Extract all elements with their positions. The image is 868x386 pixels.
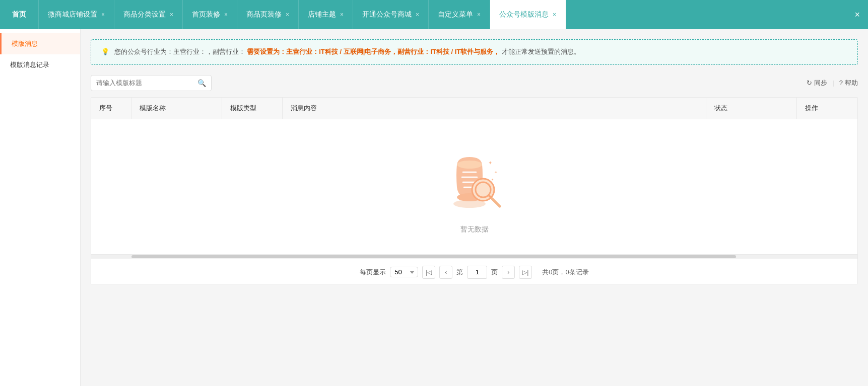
info-suffix: 才能正常发送预置的消息。 xyxy=(502,48,580,55)
per-page-label: 每页显示 xyxy=(360,268,386,277)
info-prefix: 您的公众号行业为：主营行业：，副营行业： xyxy=(114,48,245,55)
close-home-decoration-icon[interactable]: × xyxy=(224,11,228,18)
nav-tab-product-category-label: 商品分类设置 xyxy=(123,10,166,19)
nav-tab-wechat-shop[interactable]: 微商城店铺设置 × xyxy=(39,0,114,29)
svg-point-1 xyxy=(457,161,482,169)
nav-tab-home[interactable]: 首页 xyxy=(0,0,39,29)
close-custom-menu-icon[interactable]: × xyxy=(477,11,481,18)
page-number-input[interactable] xyxy=(467,266,487,279)
empty-state: ✦ ✦ ✦ 暂无数据 xyxy=(91,119,857,254)
help-button[interactable]: ? 帮助 xyxy=(839,79,858,88)
data-table: 序号 模版名称 模版类型 消息内容 状态 操作 xyxy=(91,97,858,284)
help-icon: ? xyxy=(839,79,843,87)
horizontal-scrollbar[interactable] xyxy=(91,254,857,258)
divider: | xyxy=(832,79,834,87)
per-page-select[interactable]: 50 10 20 100 xyxy=(390,267,418,277)
close-wechat-shop-icon[interactable]: × xyxy=(101,11,105,18)
nav-tab-custom-menu-label: 自定义菜单 xyxy=(438,10,473,19)
next-page-button[interactable]: › xyxy=(502,266,515,279)
main-layout: 模版消息 模版消息记录 💡 您的公众号行业为：主营行业：，副营行业： 需要设置为… xyxy=(0,29,868,386)
nav-tab-store-theme-label: 店铺主题 xyxy=(308,10,336,19)
nav-tab-product-decoration[interactable]: 商品页装修 × xyxy=(237,0,299,29)
sync-button[interactable]: ↻ 同步 xyxy=(807,79,827,88)
nav-tab-home-label: 首页 xyxy=(12,10,26,19)
next-page-icon: › xyxy=(507,269,509,276)
page-label: 第 xyxy=(456,268,463,277)
nav-tab-template-msg-label: 公众号模版消息 xyxy=(499,10,549,19)
close-product-category-icon[interactable]: × xyxy=(170,11,173,18)
search-input[interactable] xyxy=(96,79,197,87)
col-actions: 操作 xyxy=(797,98,857,119)
empty-text: 暂无数据 xyxy=(460,225,489,234)
sync-label: 同步 xyxy=(814,79,827,88)
col-name: 模版名称 xyxy=(131,98,222,119)
svg-text:✦: ✦ xyxy=(488,160,492,166)
last-page-button[interactable]: ▷| xyxy=(519,266,532,279)
nav-tab-home-decoration-label: 首页装修 xyxy=(192,10,220,19)
close-open-mall-icon[interactable]: × xyxy=(416,11,419,18)
first-page-icon: |◁ xyxy=(426,269,432,276)
close-product-decoration-icon[interactable]: × xyxy=(286,11,289,18)
close-store-theme-icon[interactable]: × xyxy=(340,11,344,18)
svg-text:✦: ✦ xyxy=(491,178,494,181)
svg-line-10 xyxy=(492,199,500,206)
nav-tab-product-decoration-label: 商品页装修 xyxy=(246,10,282,19)
nav-tab-wechat-shop-label: 微商城店铺设置 xyxy=(48,10,97,19)
page-unit: 页 xyxy=(491,268,498,277)
nav-tab-store-theme[interactable]: 店铺主题 × xyxy=(299,0,353,29)
search-bar: 🔍 ↻ 同步 | ? 帮助 xyxy=(91,75,858,91)
sync-icon: ↻ xyxy=(807,79,812,87)
svg-text:✦: ✦ xyxy=(494,170,498,175)
info-icon: 💡 xyxy=(101,48,109,55)
nav-tab-custom-menu[interactable]: 自定义菜单 × xyxy=(429,0,490,29)
empty-illustration: ✦ ✦ ✦ xyxy=(442,149,507,215)
sidebar: 模版消息 模版消息记录 xyxy=(0,29,81,386)
col-status: 状态 xyxy=(706,98,797,119)
col-type: 模版类型 xyxy=(222,98,283,119)
main-content: 💡 您的公众号行业为：主营行业：，副营行业： 需要设置为：主营行业：IT科技 /… xyxy=(81,29,868,386)
sidebar-item-template-record[interactable]: 模版消息记录 xyxy=(0,54,80,75)
info-box: 💡 您的公众号行业为：主营行业：，副营行业： 需要设置为：主营行业：IT科技 /… xyxy=(91,39,858,65)
pagination: 每页显示 50 10 20 100 |◁ ‹ 第 页 › xyxy=(91,258,857,284)
help-label: 帮助 xyxy=(845,79,858,88)
total-text: 共0页，0条记录 xyxy=(542,268,588,277)
nav-tab-product-category[interactable]: 商品分类设置 × xyxy=(114,0,183,29)
close-template-msg-icon[interactable]: × xyxy=(553,11,556,18)
prev-page-icon: ‹ xyxy=(445,269,447,276)
prev-page-button[interactable]: ‹ xyxy=(439,266,452,279)
nav-tab-open-mall-label: 开通公众号商城 xyxy=(362,10,412,19)
close-all-tabs-button[interactable]: × xyxy=(854,10,860,20)
col-index: 序号 xyxy=(91,98,131,119)
sidebar-item-template-msg[interactable]: 模版消息 xyxy=(0,33,80,54)
search-icon[interactable]: 🔍 xyxy=(197,79,206,87)
last-page-icon: ▷| xyxy=(522,269,528,276)
nav-tab-template-msg[interactable]: 公众号模版消息 × xyxy=(490,0,566,29)
top-nav: 首页 微商城店铺设置 × 商品分类设置 × 首页装修 × 商品页装修 × 店铺主… xyxy=(0,0,868,29)
nav-tab-open-mall[interactable]: 开通公众号商城 × xyxy=(353,0,429,29)
nav-tab-home-decoration[interactable]: 首页装修 × xyxy=(183,0,237,29)
info-highlight: 需要设置为：主营行业：IT科技 / 互联网|电子商务，副营行业：IT科技 / I… xyxy=(247,48,500,55)
table-header: 序号 模版名称 模版类型 消息内容 状态 操作 xyxy=(91,98,857,119)
toolbar-right: ↻ 同步 | ? 帮助 xyxy=(807,79,858,88)
search-input-wrap[interactable]: 🔍 xyxy=(91,75,212,91)
col-content: 消息内容 xyxy=(283,98,706,119)
first-page-button[interactable]: |◁ xyxy=(422,266,435,279)
